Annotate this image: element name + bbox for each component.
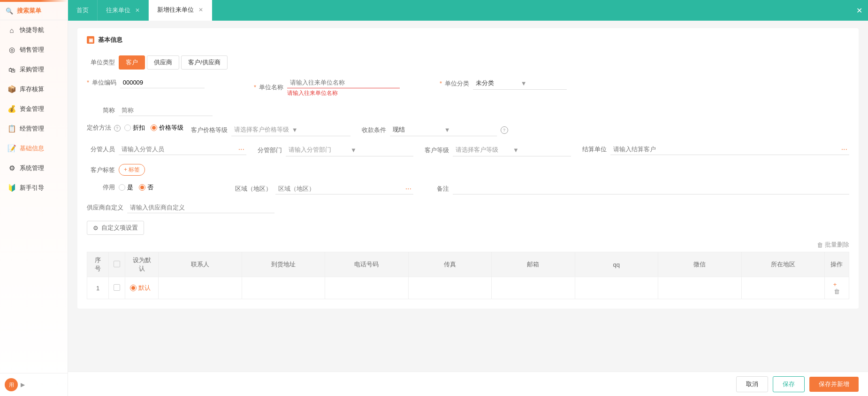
tab-partners[interactable]: 往来单位✕ (98, 0, 149, 21)
table-column-header: 邮箱 (492, 252, 575, 277)
sidebar-item-purchase[interactable]: 🛍采购管理 (0, 60, 68, 79)
sidebar-item-operations[interactable]: 📋经营管理 (0, 119, 68, 139)
settlement-input[interactable] (610, 144, 839, 155)
custom-settings-button[interactable]: ⚙ 自定义项设置 (87, 221, 144, 235)
unit-code-input[interactable] (120, 77, 205, 88)
cancel-button[interactable]: 取消 (736, 376, 768, 392)
delete-row-button[interactable]: 🗑 (834, 288, 840, 295)
sidebar-item-guide[interactable]: 🔰新手引导 (0, 178, 68, 198)
cell-actions: + 🗑 (824, 277, 849, 299)
unit-category-label: * 单位分类 (440, 79, 469, 88)
radio-label-discount: 折扣 (133, 124, 145, 132)
tab-close-icon[interactable]: ✕ (198, 7, 203, 13)
add-tag-button[interactable]: + 标签 (119, 164, 145, 176)
manager-label: 分管人员 (87, 145, 115, 154)
supplier-custom-input[interactable] (127, 202, 274, 213)
sidebar-item-inventory[interactable]: 📦库存核算 (0, 79, 68, 99)
inventory-icon: 📦 (8, 85, 16, 93)
region-input[interactable] (275, 183, 404, 194)
qq-input[interactable] (580, 285, 654, 292)
manager-input-wrapper: ··· (119, 144, 246, 155)
remark-label: 备注 (421, 185, 449, 193)
pricing-radio-discount[interactable]: 折扣 (124, 124, 145, 132)
add-row-button[interactable]: + (833, 281, 837, 288)
phone-input[interactable] (330, 285, 403, 292)
guide-icon: 🔰 (8, 184, 16, 192)
sidebar-search[interactable]: 🔍 搜索菜单 (0, 2, 68, 20)
batch-delete-label[interactable]: 批量删除 (825, 241, 849, 249)
chevron-down-icon-payment: ▼ (444, 126, 494, 133)
unit-type-both-button[interactable]: 客户/供应商 (181, 55, 228, 70)
cell-contact[interactable] (159, 277, 242, 299)
sidebar-item-quick-nav[interactable]: ⌂快捷导航 (0, 20, 68, 40)
settlement-group: 结算单位 ··· (579, 144, 849, 155)
sidebar-item-label: 新手引导 (20, 184, 44, 192)
custom-settings-row: ⚙ 自定义项设置 (87, 221, 849, 235)
cell-checkbox[interactable] (109, 277, 125, 299)
sidebar-item-finance[interactable]: 💰资金管理 (0, 99, 68, 119)
fax-input[interactable] (413, 285, 487, 292)
sidebar-item-basic[interactable]: 📝基础信息 (0, 139, 68, 158)
price-level-group: 客户价格等级 请选择客户价格等级 ▼ (191, 124, 350, 136)
unit-name-input[interactable] (287, 77, 400, 88)
row-checkbox-input[interactable] (114, 284, 120, 291)
tag-row: 客户标签 + 标签 (87, 164, 849, 176)
table-column-header: 电话号码 (325, 252, 408, 277)
dept-select[interactable]: 请输入分管部门 ▼ (286, 144, 413, 156)
unit-category-select[interactable]: 未分类 ▼ (473, 77, 567, 90)
unit-type-row: 单位类型 客户供应商客户/供应商 (87, 55, 849, 70)
pricing-row: 定价方法 ? 折扣 价格等级 客户价格等级 请选择客户价格等级 ▼ (87, 124, 849, 136)
table-select-all-header[interactable] (109, 252, 125, 277)
region-input-cell[interactable] (746, 285, 820, 292)
manager-dots-button[interactable]: ··· (236, 145, 246, 154)
cell-email[interactable] (492, 277, 575, 299)
manager-group: 分管人员 ··· (87, 144, 246, 155)
supplier-custom-group: 供应商自定义 (87, 202, 274, 213)
settlement-dots-button[interactable]: ··· (839, 145, 849, 154)
tab-close-icon[interactable]: ✕ (135, 8, 140, 13)
payment-help-icon[interactable]: ? (501, 126, 508, 134)
cell-wechat[interactable] (658, 277, 741, 299)
disable-radio-group: 是 否 (119, 183, 153, 192)
tab-new-partner[interactable]: 新增往来单位✕ (149, 0, 212, 21)
save-button[interactable]: 保存 (773, 376, 805, 392)
pricing-label: 定价方法 ? (87, 124, 121, 132)
sidebar-item-sales[interactable]: ◎销售管理 (0, 40, 68, 60)
sidebar-item-system[interactable]: ⚙系统管理 (0, 158, 68, 178)
pricing-radio-price-level[interactable]: 价格等级 (151, 124, 183, 132)
price-level-select[interactable]: 请选择客户价格等级 ▼ (231, 124, 350, 136)
pricing-help-icon[interactable]: ? (114, 125, 121, 132)
customer-level-select[interactable]: 请选择客户等级 ▼ (453, 144, 571, 156)
email-input[interactable] (496, 285, 570, 292)
system-icon: ⚙ (8, 164, 16, 172)
table-column-header: 联系人 (159, 252, 242, 277)
disable-radio-yes[interactable]: 是 (119, 183, 133, 192)
manager-input[interactable] (119, 144, 236, 155)
unit-type-customer-button[interactable]: 客户 (119, 55, 145, 70)
main-area: 首页往来单位✕新增往来单位✕ ✕ ▣ 基本信息 单位类型 客户供应商客户/供应商 (68, 0, 868, 396)
cell-address[interactable] (242, 277, 325, 299)
settlement-input-wrapper: ··· (610, 144, 849, 155)
alias-input[interactable] (119, 105, 213, 116)
cell-qq[interactable] (575, 277, 658, 299)
default-radio-cell[interactable]: 默认 (130, 284, 153, 292)
payment-select[interactable]: 现结 ▼ (390, 124, 497, 136)
tab-home[interactable]: 首页 (68, 0, 98, 21)
close-all-tabs-button[interactable]: ✕ (856, 6, 862, 15)
cell-region[interactable] (741, 277, 824, 299)
chevron-down-icon-price: ▼ (292, 126, 348, 133)
disable-radio-no[interactable]: 否 (139, 183, 153, 192)
cell-fax[interactable] (408, 277, 491, 299)
save-new-button[interactable]: 保存并新增 (809, 377, 859, 392)
tab-bar: 首页往来单位✕新增往来单位✕ ✕ (68, 0, 868, 21)
batch-delete-icon: 🗑 (817, 241, 823, 248)
pricing-radio-group: 折扣 价格等级 (124, 124, 183, 132)
contact-input[interactable] (163, 285, 236, 292)
wechat-input[interactable] (663, 285, 736, 292)
address-input[interactable] (247, 285, 320, 292)
cell-phone[interactable] (325, 277, 408, 299)
remark-input[interactable] (453, 183, 849, 194)
unit-type-supplier-button[interactable]: 供应商 (147, 55, 179, 70)
disable-radio-outer-yes (119, 184, 125, 191)
region-dots-button[interactable]: ··· (404, 185, 413, 193)
